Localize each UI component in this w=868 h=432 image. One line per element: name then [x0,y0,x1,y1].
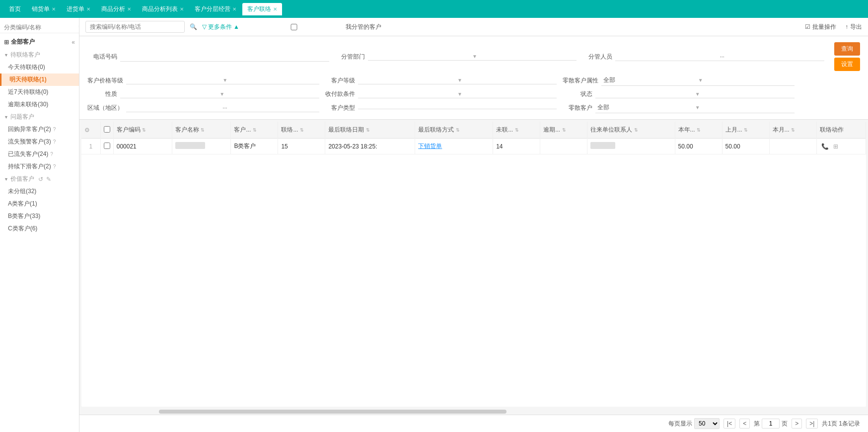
refresh-icon[interactable]: ↺ [38,176,43,183]
sort-overdue-icon[interactable]: ⇅ [562,128,566,133]
sort-last-date-icon[interactable]: ⇅ [366,128,370,133]
sort-name-icon[interactable]: ⇅ [201,128,205,133]
first-page-button[interactable]: |< [723,419,735,429]
edit-icon[interactable]: ✎ [46,176,51,183]
nav-home[interactable]: 首页 [4,3,26,15]
sidebar-item-overdue[interactable]: 逾期未联络(30) [0,98,79,111]
row-not-contacted-cell: 14 [493,139,540,154]
action-more-icon[interactable]: ⊞ [833,143,838,150]
main-search-input[interactable] [85,21,185,33]
sort-not-contacted-icon[interactable]: ⇅ [515,128,519,133]
per-page-select[interactable]: 50 100 200 [694,418,720,429]
row-action-cell[interactable]: 📞 ⊞ [816,139,866,154]
nav-purchase[interactable]: 进货单 ✕ [62,3,95,15]
horizontal-scrollbar[interactable] [79,409,868,415]
last-method-link[interactable]: 下销货单 [418,143,442,149]
status-select[interactable]: ▼ [595,90,795,98]
sort-type-icon[interactable]: ⇅ [253,128,257,133]
sidebar-search-input[interactable] [4,24,78,31]
person-select[interactable]: ··· [615,53,824,61]
page-number-input[interactable] [762,419,780,429]
sidebar-item-type-b[interactable]: B类客户(33) [0,210,79,222]
nav-customer-contact[interactable]: 客户联络 ✕ [242,3,282,15]
my-customers-checkbox-group[interactable]: 我分管的客户 [244,23,381,31]
area-more-icon[interactable]: ··· [222,105,317,111]
nature-select[interactable]: ▼ [120,90,319,98]
sidebar-item-type-a[interactable]: A类客户(1) [0,198,79,210]
dept-select[interactable]: ▼ [368,53,577,61]
col-last-month-label: 上月... [725,126,742,133]
group-pending-contact[interactable]: ▼ 待联络客户 [0,49,79,61]
help-icon-churned[interactable]: ? [50,151,53,157]
col-gear[interactable]: ⚙ [81,122,100,139]
nav-analysis-list-close[interactable]: ✕ [180,6,184,12]
settings-button[interactable]: 设置 [834,58,860,71]
sidebar-item-ungrouped[interactable]: 未分组(32) [0,185,79,198]
collapse-icon[interactable]: « [72,39,75,46]
col-checkbox-header[interactable] [100,122,113,139]
nav-analysis-list[interactable]: 商品分析列表 ✕ [137,3,189,15]
all-customers-header[interactable]: ⊞ 全部客户 « [0,35,79,49]
sort-unit-contact-icon[interactable]: ⇅ [634,128,638,133]
customer-type-select[interactable] [358,107,557,109]
retail-attr-select[interactable]: 全部 ▼ [601,75,795,86]
nav-analysis-close[interactable]: ✕ [127,6,131,12]
row-checkbox-cell[interactable] [100,139,113,154]
main-search-button[interactable]: 🔍 [190,23,197,30]
sidebar-item-week7-label: 近7天待联络(0) [8,88,48,96]
help-icon-churn-warning[interactable]: ? [53,139,56,144]
payment-select[interactable]: ▼ [358,90,557,98]
sort-last-method-icon[interactable]: ⇅ [456,128,460,133]
filter-customer-level: 客户等级 ▼ [325,76,557,85]
sort-contacts-icon[interactable]: ⇅ [300,128,304,133]
nav-customer-layer[interactable]: 客户分层经营 ✕ [190,3,241,15]
sidebar-item-churn-warning[interactable]: 流失预警客户(3) ? [0,136,79,148]
batch-ops-label: 批量操作 [812,23,836,31]
nav-customer-layer-close[interactable]: ✕ [232,6,236,12]
retail-customer-label: 零散客户 [563,104,592,112]
area-select[interactable]: ··· [126,104,319,112]
group-value-customer[interactable]: ▼ 价值客户 ↺ ✎ [0,173,79,185]
scrollbar-thumb[interactable] [159,410,506,414]
last-page-button[interactable]: >| [806,419,818,429]
nav-analysis[interactable]: 商品分析 ✕ [96,3,136,15]
sidebar-item-repurchase-abnormal[interactable]: 回购异常客户(2) ? [0,123,79,136]
next-page-button[interactable]: > [792,419,802,429]
row-last-method-cell[interactable]: 下销货单 [415,139,493,154]
col-overdue-header: 逾期... ⇅ [540,122,587,139]
sidebar-item-declining[interactable]: 持续下滑客户(2) ? [0,160,79,173]
retail-customer-select[interactable]: 全部 ▼ [595,102,795,113]
my-customers-checkbox[interactable] [244,24,344,30]
more-conditions-toggle[interactable]: ▽ 更多条件 ▲ [202,23,239,31]
customer-level-select[interactable]: ▼ [358,76,557,84]
sidebar-item-today[interactable]: 今天待联络(0) [0,61,79,73]
nav-purchase-close[interactable]: ✕ [86,6,90,12]
select-all-checkbox[interactable] [104,126,110,133]
dept-label: 分管部门 [335,53,365,61]
action-phone-icon[interactable]: 📞 [821,143,829,150]
sidebar-item-week7[interactable]: 近7天待联络(0) [0,86,79,98]
sort-this-month-icon[interactable]: ⇅ [791,128,795,133]
nav-sales-close[interactable]: ✕ [52,6,56,12]
row-checkbox[interactable] [104,143,110,149]
area-label: 区域（地区） [87,104,123,112]
query-button[interactable]: 查询 [834,42,860,56]
sidebar-item-churned[interactable]: 已流失客户(24) ? [0,148,79,160]
nav-sales[interactable]: 销货单 ✕ [27,3,61,15]
filter-row-4: 区域（地区） ··· 客户类型 零散客户 全部 ▼ [87,100,860,115]
person-more-icon[interactable]: ··· [720,54,822,60]
sidebar-item-type-c[interactable]: C类客户(6) [0,222,79,235]
sidebar-item-tomorrow[interactable]: 明天待联络(1) [0,73,79,86]
sort-last-month-icon[interactable]: ⇅ [744,128,748,133]
price-level-select[interactable]: ▼ [126,76,319,84]
batch-ops-button[interactable]: ☑ 批量操作 [805,23,836,31]
help-icon-repurchase[interactable]: ? [53,127,56,132]
group-problem-customer[interactable]: ▼ 问题客户 [0,111,79,123]
phone-input[interactable] [120,52,329,62]
sort-this-year-icon[interactable]: ⇅ [697,128,701,133]
nav-customer-contact-close[interactable]: ✕ [273,6,277,12]
export-button[interactable]: ↑ 导出 [845,23,862,31]
help-icon-declining[interactable]: ? [53,164,56,169]
prev-page-button[interactable]: < [739,419,750,429]
sort-code-icon[interactable]: ⇅ [142,128,146,133]
